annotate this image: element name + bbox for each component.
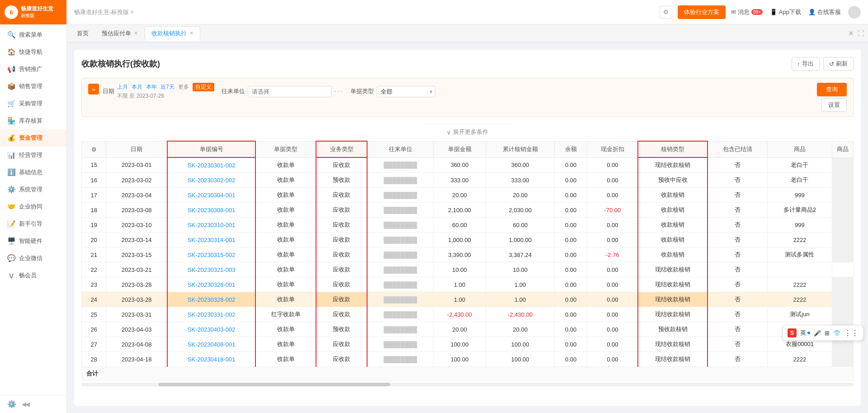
refresh-button[interactable]: ↺ 刷新	[823, 57, 854, 71]
col-partner[interactable]: 往来单位	[367, 141, 433, 157]
cell-amount: 60.00	[433, 218, 486, 233]
row-number: 27	[82, 337, 106, 352]
user-avatar[interactable]	[848, 6, 861, 19]
filter-toggle-button[interactable]: »	[88, 84, 99, 95]
cell-bill-type: 收款单	[255, 218, 316, 233]
date-last-month[interactable]: 上月	[117, 83, 128, 91]
cell-bill-no[interactable]: SK-20230301-002	[167, 157, 256, 173]
sidebar-item-purchase[interactable]: 🛒 采购管理	[0, 95, 66, 112]
cell-bill-no[interactable]: SK-20230321-003	[167, 262, 256, 277]
partner-input[interactable]	[248, 86, 332, 97]
collapse-icon[interactable]: ◀◀	[22, 401, 29, 408]
export-button[interactable]: ↑ 导出	[792, 57, 820, 71]
query-button[interactable]: 查询	[817, 83, 847, 96]
cell-include-settled: 否	[708, 292, 768, 307]
col-goods[interactable]: 商品	[767, 141, 832, 157]
tab-maximize-icon[interactable]: ⛶	[858, 29, 864, 37]
date-this-month[interactable]: 本月	[132, 83, 142, 91]
date-7days[interactable]: 近7天	[160, 83, 175, 91]
cell-date: 2023-03-10	[106, 218, 167, 233]
col-verify-type[interactable]: 核销类型	[638, 141, 707, 157]
col-bill-no[interactable]: 单据编号	[167, 141, 256, 157]
bill-type-select[interactable]: 全部 收款单 红字收款单	[377, 86, 435, 97]
tab-home[interactable]: 首页	[71, 26, 95, 41]
cell-bill-no[interactable]: SK-20230304-001	[167, 188, 256, 203]
grid-button[interactable]: ⊞	[825, 330, 830, 337]
cell-bill-no[interactable]: SK-20230418-001	[167, 352, 256, 367]
sidebar-item-system[interactable]: ⚙️ 系统管理	[0, 181, 66, 198]
cell-bill-no[interactable]: SK-20230310-001	[167, 218, 256, 233]
cell-bill-no[interactable]: SK-20230315-002	[167, 247, 256, 262]
cell-bill-no[interactable]: SK-20230328-001	[167, 277, 256, 292]
cell-bill-no[interactable]: SK-20230408-001	[167, 337, 256, 352]
sidebar-item-basic[interactable]: ℹ️ 基础信息	[0, 164, 66, 181]
sidebar-item-quick[interactable]: 🏠 快捷导航	[0, 43, 66, 61]
col-balance[interactable]: 余额	[555, 141, 587, 157]
col-verified[interactable]: 累计核销金额	[486, 141, 555, 157]
sidebar-item-finance[interactable]: 💰 资金管理	[0, 129, 66, 147]
col-gear[interactable]: ⚙	[82, 141, 106, 157]
date-custom-button[interactable]: 自定义	[193, 83, 214, 91]
col-amount[interactable]: 单据金额	[433, 141, 486, 157]
sidebar-item-wechat[interactable]: 💬 企业微信	[0, 250, 66, 267]
s-input-button[interactable]: S	[788, 328, 797, 337]
sidebar-item-label: 企业微信	[19, 254, 42, 262]
topbar-gear-button[interactable]: ⚙	[660, 6, 672, 19]
app-download-button[interactable]: 📱 App下载	[770, 8, 801, 16]
filter-settings-button[interactable]: 设置	[821, 98, 847, 112]
english-input-button[interactable]: 英	[800, 329, 810, 337]
cell-partner: ████████	[367, 157, 433, 173]
sidebar-item-guide[interactable]: 📝 新手引导	[0, 215, 66, 233]
shirt-button[interactable]: 👕	[833, 330, 840, 337]
tab-close-collection[interactable]: ✕	[189, 31, 193, 36]
cell-verify-type: 现结收款核销	[638, 262, 707, 277]
sidebar-item-corp[interactable]: 🤝 企业协同	[0, 198, 66, 215]
messages-button[interactable]: ✉ 消息 99+	[731, 8, 763, 16]
row-number: 23	[82, 277, 106, 292]
horizontal-scrollbar[interactable]	[81, 383, 854, 386]
service-icon: 👤	[808, 9, 816, 15]
tab-collection[interactable]: 收款核销执行 ✕	[145, 26, 200, 41]
col-bill-type[interactable]: 单据类型	[255, 141, 316, 157]
mic-button[interactable]: 🎤	[814, 330, 821, 337]
sidebar-item-marketing[interactable]: 📢 营销推广	[0, 61, 66, 78]
tab-close-prepay[interactable]: ✕	[134, 31, 138, 36]
scrollbar-thumb[interactable]	[159, 383, 390, 386]
sidebar-item-hardware[interactable]: 🖥️ 智能硬件	[0, 233, 66, 250]
sidebar-item-search[interactable]: 🔍 搜索菜单	[0, 26, 66, 43]
row-number: 24	[82, 292, 106, 307]
table-row: 222023-03-21SK-20230321-003收款单应收款███████…	[82, 262, 854, 277]
online-service-button[interactable]: 👤 在线客服	[808, 8, 841, 16]
footer-label: 合计	[86, 370, 98, 377]
sidebar-item-sales[interactable]: 📦 销售管理	[0, 78, 66, 95]
cell-bill-no[interactable]: SK-20230314-001	[167, 233, 256, 247]
cell-bill-no[interactable]: SK-20230403-002	[167, 322, 256, 337]
date-more[interactable]: 更多	[178, 83, 189, 91]
tab-close-all-icon[interactable]: ✕	[848, 29, 854, 38]
sidebar-item-member[interactable]: V 畅会员	[0, 267, 66, 284]
cell-goods: 多计量商品2	[767, 203, 832, 218]
col-goods2[interactable]: 商品	[832, 141, 854, 157]
cell-bill-no[interactable]: SK-20230328-002	[167, 292, 256, 307]
filter-fields: 日期 上月 本月 本年 近7天 更多 自定义 不限 至 2023-07-26	[103, 83, 813, 100]
col-discount[interactable]: 现金折扣	[587, 141, 638, 157]
apps-button[interactable]: ⋮⋮	[844, 329, 859, 337]
sidebar-item-inventory[interactable]: 🏪 库存核算	[0, 112, 66, 129]
sidebar-item-operation[interactable]: 📊 经营管理	[0, 147, 66, 164]
cell-bill-type: 收款单	[255, 337, 316, 352]
settings-bottom-icon[interactable]: ⚙️	[7, 400, 16, 408]
cell-bill-no[interactable]: SK-20230302-002	[167, 173, 256, 188]
tab-pre-pay[interactable]: 预估应付单 ✕	[95, 26, 145, 41]
sidebar-item-label: 新手引导	[19, 220, 42, 228]
expand-filter-button[interactable]: ∨ 展开更多条件	[422, 124, 513, 136]
industry-solution-button[interactable]: 体验行业方案	[678, 5, 726, 19]
col-biz-type[interactable]: 业务类型	[316, 141, 367, 157]
cell-verify-type: 收款核销	[638, 233, 707, 247]
cell-bill-no[interactable]: SK-20230331-002	[167, 307, 256, 322]
cell-bill-no[interactable]: SK-20230308-001	[167, 203, 256, 218]
partner-dots-button[interactable]: ···	[335, 87, 343, 95]
col-include-settled[interactable]: 包含已结清	[708, 141, 768, 157]
col-date[interactable]: 日期	[106, 141, 167, 157]
sidebar-item-label: 营销推广	[19, 65, 42, 73]
date-this-year[interactable]: 本年	[146, 83, 157, 91]
